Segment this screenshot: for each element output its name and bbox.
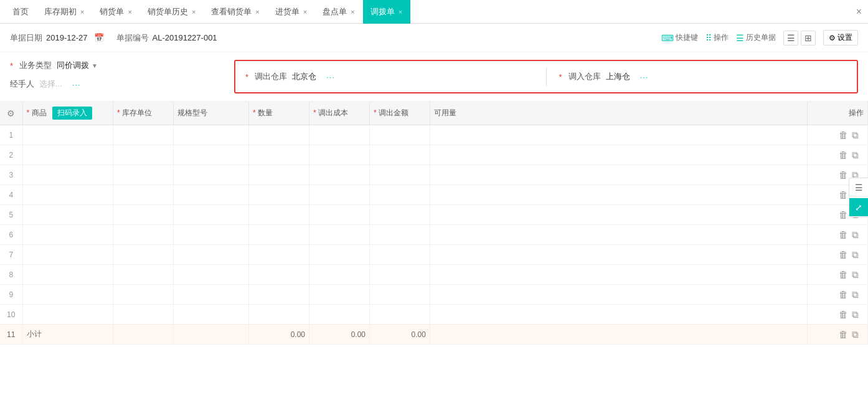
- delete-row-9-btn[interactable]: 🗑: [839, 289, 848, 300]
- row-2-amount: [370, 145, 430, 165]
- dropdown-icon: ▼: [92, 62, 98, 69]
- close-transfer[interactable]: ×: [399, 8, 402, 16]
- row-1-num: 1: [0, 125, 22, 145]
- row-5-available: [430, 205, 807, 225]
- delete-row-4-btn[interactable]: 🗑: [839, 189, 848, 200]
- row-10-product[interactable]: [22, 305, 113, 325]
- side-list-btn[interactable]: ☰: [849, 178, 868, 197]
- copy-row-1-btn[interactable]: ⧉: [852, 130, 859, 141]
- col-unit: * 库存单位: [113, 102, 173, 125]
- copy-row-10-btn[interactable]: ⧉: [852, 309, 859, 320]
- tab-home[interactable]: 首页: [5, 0, 37, 24]
- target-warehouse-field: * 调入仓库 上海仓 ···: [559, 71, 847, 82]
- copy-row-7-btn[interactable]: ⧉: [852, 249, 859, 260]
- layout-grid-btn[interactable]: ⊞: [801, 31, 816, 45]
- close-sales-history[interactable]: ×: [192, 8, 196, 16]
- row-5-cost: [309, 205, 370, 225]
- copy-row-11-btn[interactable]: ⧉: [852, 329, 859, 340]
- row-7-qty: [249, 245, 309, 265]
- side-toolbar: ☰ ⤢: [849, 178, 868, 217]
- close-inventory-init[interactable]: ×: [80, 8, 84, 16]
- row-10-unit: [113, 305, 173, 325]
- row-8-available: [430, 265, 807, 285]
- scan-button[interactable]: 扫码录入: [52, 107, 92, 120]
- tab-sales-order[interactable]: 销货单 ×: [92, 0, 139, 24]
- history-button[interactable]: ☰ 历史单据: [736, 32, 776, 43]
- row-9-ops: 🗑 ⧉: [807, 285, 867, 305]
- business-type-select[interactable]: 同价调拨 ▼: [57, 60, 169, 71]
- copy-row-9-btn[interactable]: ⧉: [852, 289, 859, 300]
- row-6-ops: 🗑 ⧉: [807, 225, 867, 245]
- row-1-available: [430, 125, 807, 145]
- tab-transfer[interactable]: 调拨单 ×: [363, 0, 410, 24]
- row-1-ops: 🗑 ⧉: [807, 125, 867, 145]
- row-10-spec: [173, 305, 248, 325]
- side-expand-btn[interactable]: ⤢: [849, 198, 868, 217]
- tab-inventory-count[interactable]: 盘点单 ×: [315, 0, 362, 24]
- date-value: 2019-12-27: [46, 33, 88, 42]
- table-row: 5 🗑 ⧉: [0, 205, 868, 225]
- grid-icon: ⠿: [705, 33, 712, 43]
- target-warehouse-more-btn[interactable]: ···: [640, 72, 649, 82]
- layout-toggle: ☰ ⊞: [783, 31, 816, 45]
- row-1-spec: [173, 125, 248, 145]
- row-1-product[interactable]: [22, 125, 113, 145]
- row-9-product[interactable]: [22, 285, 113, 305]
- tab-inventory-init[interactable]: 库存期初 ×: [37, 0, 92, 24]
- row-subtotal-num: 11: [0, 325, 22, 345]
- delete-row-8-btn[interactable]: 🗑: [839, 269, 848, 280]
- tab-view-sales[interactable]: 查看销货单 ×: [204, 0, 267, 24]
- calendar-icon[interactable]: 📅: [94, 33, 104, 42]
- row-9-unit: [113, 285, 173, 305]
- row-4-product[interactable]: [22, 185, 113, 205]
- form-section: * 业务类型 同价调拨 ▼ 经手人 选择... ··· * 调出仓库 北京仓 ·…: [0, 52, 868, 102]
- row-8-product[interactable]: [22, 265, 113, 285]
- row-3-product[interactable]: [22, 165, 113, 185]
- source-warehouse-more-btn[interactable]: ···: [326, 72, 335, 82]
- delete-row-5-btn[interactable]: 🗑: [839, 209, 848, 220]
- copy-row-2-btn[interactable]: ⧉: [852, 150, 859, 161]
- row-7-product[interactable]: [22, 245, 113, 265]
- delete-row-6-btn[interactable]: 🗑: [839, 229, 848, 240]
- row-6-product[interactable]: [22, 225, 113, 245]
- layout-list-btn[interactable]: ☰: [783, 31, 798, 45]
- copy-row-8-btn[interactable]: ⧉: [852, 269, 859, 280]
- handler-more-btn[interactable]: ···: [72, 80, 81, 89]
- col-product: * 商品 扫码录入: [22, 102, 113, 125]
- settings-button[interactable]: ⚙ 设置: [823, 30, 858, 45]
- copy-row-6-btn[interactable]: ⧉: [852, 229, 859, 240]
- business-type-field: * 业务类型 同价调拨 ▼: [10, 60, 222, 71]
- row-10-amount: [370, 305, 430, 325]
- col-operation: 操作: [807, 102, 867, 125]
- row-10-num: 10: [0, 305, 22, 325]
- row-6-amount: [370, 225, 430, 245]
- close-purchase-order[interactable]: ×: [303, 8, 307, 16]
- delete-row-7-btn[interactable]: 🗑: [839, 249, 848, 260]
- delete-row-2-btn[interactable]: 🗑: [839, 150, 848, 160]
- subtotal-amount: 0.00: [370, 325, 430, 345]
- col-quantity: * 数量: [249, 102, 309, 125]
- tab-purchase-order[interactable]: 进货单 ×: [268, 0, 315, 24]
- row-6-cost: [309, 225, 370, 245]
- row-5-product[interactable]: [22, 205, 113, 225]
- row-8-amount: [370, 265, 430, 285]
- close-view-sales[interactable]: ×: [255, 8, 259, 16]
- operations-button[interactable]: ⠿ 操作: [705, 32, 729, 43]
- tab-sales-history[interactable]: 销货单历史 ×: [140, 0, 204, 24]
- close-sales-order[interactable]: ×: [128, 8, 131, 16]
- close-window-button[interactable]: ×: [856, 6, 862, 17]
- subtotal-spec: [173, 325, 248, 345]
- delete-row-11-btn[interactable]: 🗑: [839, 329, 848, 340]
- col-cost: * 调出成本: [309, 102, 370, 125]
- table-row: 11 小计 0.00 0.00 0.00 🗑 ⧉: [0, 325, 868, 345]
- delete-row-1-btn[interactable]: 🗑: [839, 130, 848, 140]
- shortcuts-button[interactable]: ⌨ 快捷键: [661, 32, 698, 43]
- delete-row-3-btn[interactable]: 🗑: [839, 169, 848, 180]
- delete-row-10-btn[interactable]: 🗑: [839, 309, 848, 320]
- items-table: ⚙ * 商品 扫码录入 * 库存单位 规格型号 * 数量: [0, 102, 868, 345]
- row-8-num: 8: [0, 265, 22, 285]
- close-inventory-count[interactable]: ×: [351, 8, 354, 16]
- table-settings-icon[interactable]: ⚙: [7, 108, 15, 118]
- row-2-product[interactable]: [22, 145, 113, 165]
- handler-placeholder[interactable]: 选择...: [39, 79, 62, 90]
